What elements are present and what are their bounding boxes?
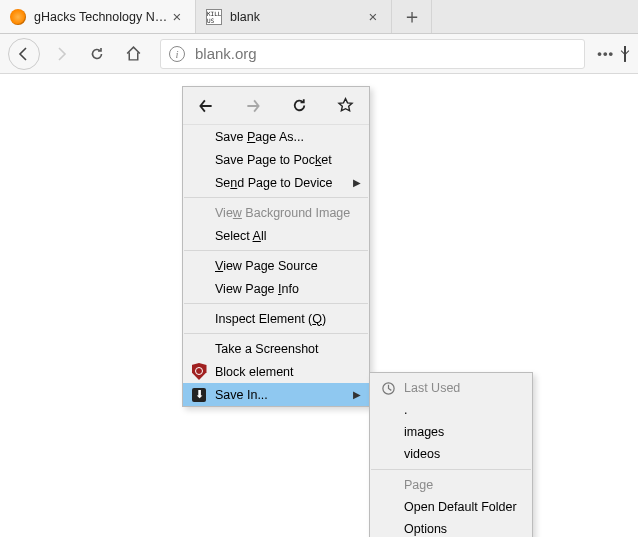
ctx-separator (184, 303, 368, 304)
ctx-label: View Background Image (215, 206, 350, 220)
submenu-separator (371, 469, 531, 470)
ctx-select-all[interactable]: Select All (183, 224, 369, 247)
submenu-header-last-used: Last Used (370, 377, 532, 399)
page-actions-icon[interactable]: ••• (597, 46, 614, 61)
reload-icon[interactable] (288, 95, 310, 117)
submenu-action-item[interactable]: Open Default Folder (370, 496, 532, 518)
new-tab-button[interactable]: ＋ (392, 0, 432, 33)
chevron-right-icon: ▶ (353, 177, 361, 188)
ctx-label: Select All (215, 229, 266, 243)
nav-toolbar: i blank.org ••• (0, 34, 638, 74)
savein-icon (191, 387, 207, 403)
submenu-folder-item[interactable]: images (370, 421, 532, 443)
tab-strip: gHacks Technology News × KILLUS :) blank… (0, 0, 638, 34)
reload-icon (89, 46, 105, 62)
submenu-header-page: Page (370, 474, 532, 496)
back-button[interactable] (8, 38, 40, 70)
reload-button[interactable] (82, 39, 112, 69)
ctx-label: Inspect Element (Q) (215, 312, 326, 326)
context-nav-row (183, 87, 369, 125)
pocket-icon[interactable] (624, 46, 626, 61)
ctx-label: Save Page As... (215, 130, 304, 144)
ctx-label: Save Page to Pocket (215, 153, 332, 167)
ctx-screenshot[interactable]: Take a Screenshot (183, 337, 369, 360)
close-icon[interactable]: × (169, 8, 185, 25)
ctx-save-to-pocket[interactable]: Save Page to Pocket (183, 148, 369, 171)
ctx-label: View Page Info (215, 282, 299, 296)
tab-title: blank (230, 10, 365, 24)
submenu-action-item[interactable]: Options (370, 518, 532, 537)
ctx-save-page-as[interactable]: Save Page As... (183, 125, 369, 148)
recent-icon (380, 380, 396, 396)
ctx-view-bg-image: View Background Image (183, 201, 369, 224)
site-info-icon[interactable]: i (169, 46, 185, 62)
url-text: blank.org (195, 45, 576, 62)
submenu-folder-item[interactable]: . (370, 399, 532, 421)
forward-icon (53, 46, 69, 62)
ctx-view-info[interactable]: View Page Info (183, 277, 369, 300)
ctx-separator (184, 333, 368, 334)
forward-button[interactable] (46, 39, 76, 69)
ctx-inspect[interactable]: Inspect Element (Q) (183, 307, 369, 330)
ctx-separator (184, 197, 368, 198)
ctx-save-in[interactable]: Save In...▶ (183, 383, 369, 406)
submenu-folder-item[interactable]: videos (370, 443, 532, 465)
tab-title: gHacks Technology News (34, 10, 169, 24)
ublock-icon (191, 364, 207, 380)
back-icon[interactable] (195, 95, 217, 117)
close-icon[interactable]: × (365, 8, 381, 25)
ctx-separator (184, 250, 368, 251)
url-bar[interactable]: i blank.org (160, 39, 585, 69)
forward-icon[interactable] (242, 95, 264, 117)
ctx-label: Send Page to Device (215, 176, 332, 190)
save-in-submenu: Last Used .imagesvideos Page Open Defaul… (369, 372, 533, 537)
ctx-label: Save In... (215, 388, 268, 402)
chevron-right-icon: ▶ (353, 389, 361, 400)
ctx-label: Take a Screenshot (215, 342, 319, 356)
home-button[interactable] (118, 39, 148, 69)
tab-ghacks[interactable]: gHacks Technology News × (0, 0, 196, 33)
ctx-label: View Page Source (215, 259, 318, 273)
back-icon (16, 46, 32, 62)
ctx-send-to-device[interactable]: Send Page to Device▶ (183, 171, 369, 194)
favicon-blank: KILLUS :) (206, 9, 222, 25)
context-menu: Save Page As...Save Page to PocketSend P… (182, 86, 370, 407)
ctx-view-source[interactable]: View Page Source (183, 254, 369, 277)
ctx-label: Block element (215, 365, 294, 379)
home-icon (125, 45, 142, 62)
tab-blank[interactable]: KILLUS :) blank × (196, 0, 392, 33)
bookmark-star-icon[interactable] (335, 95, 357, 117)
ctx-block-element[interactable]: Block element (183, 360, 369, 383)
favicon-ghacks (10, 9, 26, 25)
